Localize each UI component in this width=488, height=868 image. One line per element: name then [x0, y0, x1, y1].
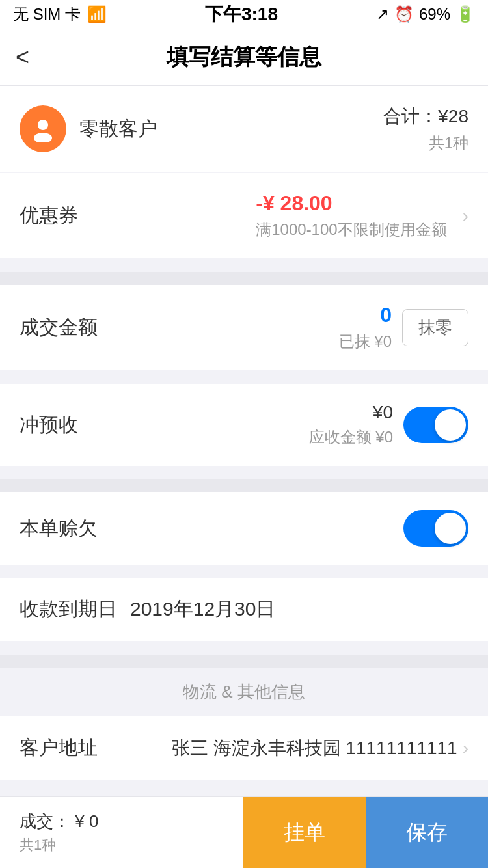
alarm-icon: ⏰	[394, 5, 414, 23]
back-button[interactable]: <	[16, 44, 29, 71]
divider-3	[0, 655, 488, 668]
bottom-deal-label: 成交： ¥ 0	[20, 810, 224, 833]
due-date-label: 收款到期日	[20, 596, 117, 623]
status-right: ↗ ⏰ 69% 🔋	[376, 5, 475, 23]
customer-total-area: 合计：¥28 共1种	[383, 104, 468, 154]
nav-bar: < 填写结算等信息	[0, 29, 488, 86]
debt-right	[403, 510, 468, 547]
prepay-toggle[interactable]	[403, 407, 468, 443]
coupon-label: 优惠券	[20, 202, 78, 229]
deal-amount-label: 成交金额	[20, 314, 98, 341]
bottom-deal-text: 成交：	[20, 811, 70, 831]
location-icon: ↗	[376, 5, 389, 23]
debt-row: 本单赊欠	[0, 492, 488, 565]
divider-1	[0, 272, 488, 285]
status-bar: 无 SIM 卡 📶 下午3:18 ↗ ⏰ 69% 🔋	[0, 0, 488, 29]
customer-total: 合计：¥28	[383, 104, 468, 129]
address-chevron-icon: ›	[463, 738, 468, 759]
debt-toggle[interactable]	[403, 510, 468, 547]
carrier-label: 无 SIM 卡	[13, 4, 81, 25]
customer-count: 共1种	[383, 133, 468, 154]
customer-row: 零散客户 合计：¥28 共1种	[0, 86, 488, 172]
coupon-amount: -¥ 28.00	[256, 191, 446, 215]
avatar	[20, 105, 66, 152]
coupon-row[interactable]: 优惠券 -¥ 28.00 满1000-100不限制使用金额 ›	[0, 173, 488, 259]
deal-amount-right: 0 已抹 ¥0 抹零	[339, 303, 468, 352]
save-button[interactable]: 保存	[366, 797, 488, 869]
sep-text: 物流 & 其他信息	[170, 681, 318, 703]
deal-amount-sub: 已抹 ¥0	[339, 331, 392, 352]
hang-button[interactable]: 挂单	[243, 797, 366, 869]
time-label: 下午3:18	[205, 2, 278, 27]
sep-line-left	[20, 692, 170, 692]
due-date-row: 收款到期日 2019年12月30日	[0, 578, 488, 642]
coupon-desc: 满1000-100不限制使用金额	[256, 219, 446, 240]
address-row[interactable]: 客户地址 张三 海淀永丰科技园 11111111111 ›	[0, 716, 488, 780]
status-left: 无 SIM 卡 📶	[13, 4, 107, 25]
svg-point-1	[34, 133, 52, 142]
content: 零散客户 合计：¥28 共1种 优惠券 -¥ 28.00 满1000-100不限…	[0, 86, 488, 868]
deal-amount-value[interactable]: 0	[339, 303, 392, 327]
battery-label: 69%	[419, 5, 450, 23]
prepay-label: 冲预收	[20, 412, 78, 439]
round-zero-button[interactable]: 抹零	[402, 309, 468, 346]
debt-toggle-knob	[435, 513, 466, 544]
wifi-icon: 📶	[87, 5, 107, 23]
due-date-value: 2019年12月30日	[130, 596, 275, 623]
toggle-knob	[435, 409, 466, 441]
svg-point-0	[38, 120, 48, 130]
prepay-right: ¥0 应收金额 ¥0	[309, 402, 468, 448]
bottom-info: 成交： ¥ 0 共1种	[0, 810, 243, 855]
page-title: 填写结算等信息	[167, 42, 321, 72]
debt-label: 本单赊欠	[20, 515, 98, 542]
prepay-sub: 应收金额 ¥0	[309, 427, 393, 448]
prepay-value: ¥0	[309, 402, 393, 423]
coupon-right: -¥ 28.00 满1000-100不限制使用金额 ›	[256, 191, 468, 240]
customer-name: 零散客户	[79, 116, 157, 142]
bottom-count: 共1种	[20, 835, 224, 855]
address-value: 张三 海淀永丰科技园 11111111111	[111, 736, 457, 761]
divider-2	[0, 479, 488, 492]
battery-icon: 🔋	[455, 5, 475, 23]
sep-line-right	[318, 692, 468, 692]
deal-amount-row: 成交金额 0 已抹 ¥0 抹零	[0, 285, 488, 371]
chevron-icon: ›	[463, 206, 468, 226]
section-separator: 物流 & 其他信息	[0, 668, 488, 716]
sep-inner: 物流 & 其他信息	[20, 681, 468, 703]
customer-left: 零散客户	[20, 105, 157, 152]
prepay-row: 冲预收 ¥0 应收金额 ¥0	[0, 384, 488, 466]
address-label: 客户地址	[20, 735, 98, 761]
bottom-deal-amount: ¥ 0	[75, 811, 98, 831]
bottom-bar: 成交： ¥ 0 共1种 挂单 保存	[0, 796, 488, 868]
